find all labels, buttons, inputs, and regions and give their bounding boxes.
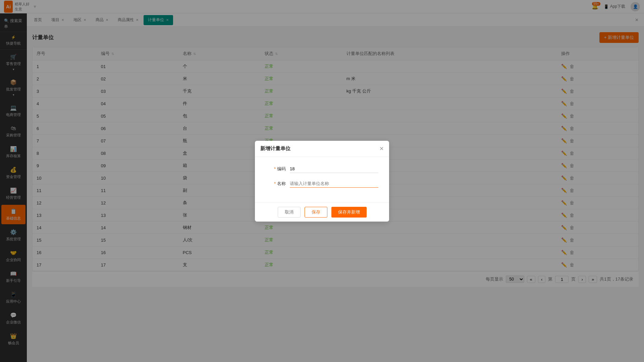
add-unit-modal: 新增计量单位 ✕ *编码 *名称 取消 保存 保存并新增 bbox=[255, 141, 389, 222]
name-form-row: *名称 bbox=[266, 180, 378, 188]
modal-header: 新增计量单位 ✕ bbox=[255, 141, 389, 157]
save-button[interactable]: 保存 bbox=[305, 207, 327, 218]
modal-close-button[interactable]: ✕ bbox=[379, 145, 384, 152]
code-form-row: *编码 bbox=[266, 165, 378, 173]
modal-title: 新增计量单位 bbox=[260, 145, 290, 152]
modal-overlay: 新增计量单位 ✕ *编码 *名称 取消 保存 保存并新增 bbox=[0, 0, 644, 362]
code-label: *编码 bbox=[266, 166, 286, 172]
modal-footer: 取消 保存 保存并新增 bbox=[255, 202, 389, 222]
save-and-new-button[interactable]: 保存并新增 bbox=[331, 207, 367, 218]
cancel-button[interactable]: 取消 bbox=[278, 207, 301, 218]
name-input[interactable] bbox=[290, 180, 378, 188]
modal-body: *编码 *名称 bbox=[255, 157, 389, 202]
name-label: *名称 bbox=[266, 181, 286, 187]
code-input[interactable] bbox=[290, 165, 378, 173]
